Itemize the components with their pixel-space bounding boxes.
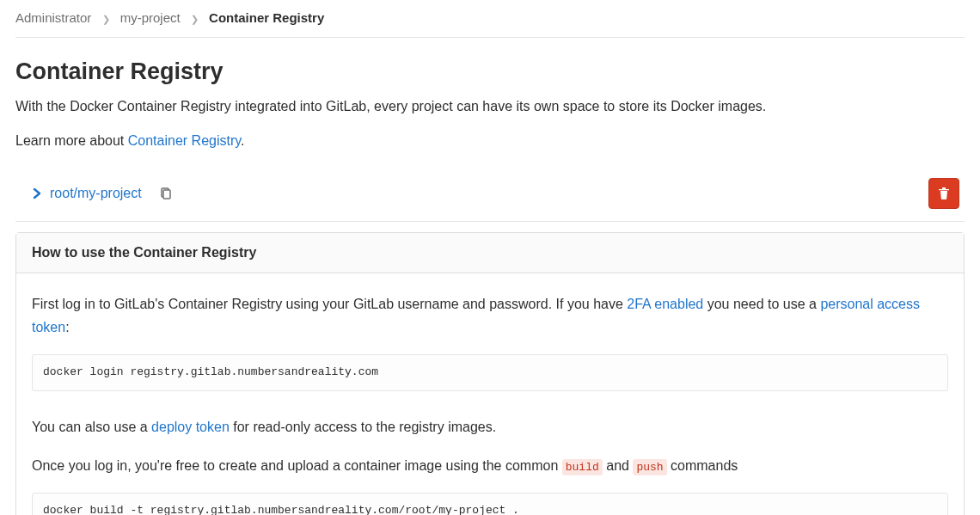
breadcrumb-root[interactable]: Administrator	[15, 10, 91, 25]
repo-left: root/my-project	[33, 184, 175, 203]
intro-text: With the Docker Container Registry integ…	[15, 95, 965, 118]
code-build-inline: build	[562, 459, 603, 475]
learn-suffix: .	[241, 133, 244, 148]
learn-link[interactable]: Container Registry	[128, 133, 241, 148]
chevron-right-icon: ❯	[102, 14, 110, 25]
deploy-token-paragraph: You can also use a deploy token for read…	[32, 415, 948, 438]
learn-more: Learn more about Container Registry.	[15, 133, 965, 149]
repo-name-link[interactable]: root/my-project	[50, 186, 142, 201]
howto-panel: How to use the Container Registry First …	[15, 232, 965, 515]
breadcrumb: Administrator ❯ my-project ❯ Container R…	[15, 0, 965, 38]
twofa-link[interactable]: 2FA enabled	[627, 297, 703, 311]
registry-repo-row: root/my-project	[15, 169, 965, 222]
login-paragraph: First log in to GitLab's Container Regis…	[32, 292, 948, 339]
code-login[interactable]: docker login registry.gitlab.numbersandr…	[32, 354, 948, 391]
deploy-token-link[interactable]: deploy token	[151, 420, 230, 434]
chevron-right-icon[interactable]	[33, 187, 41, 199]
clipboard-icon[interactable]	[156, 184, 175, 203]
delete-repo-button[interactable]	[928, 178, 959, 209]
breadcrumb-project[interactable]: my-project	[120, 10, 181, 25]
build-push-paragraph: Once you log in, you're free to create a…	[32, 454, 948, 477]
page-title: Container Registry	[15, 58, 965, 85]
code-push-inline: push	[633, 459, 666, 475]
breadcrumb-current: Container Registry	[209, 10, 324, 25]
svg-rect-1	[163, 190, 170, 199]
panel-body: First log in to GitLab's Container Regis…	[16, 273, 964, 515]
learn-prefix: Learn more about	[15, 133, 128, 148]
chevron-right-icon: ❯	[191, 14, 199, 25]
trash-icon	[938, 187, 950, 200]
panel-title: How to use the Container Registry	[16, 233, 964, 273]
code-build-push[interactable]: docker build -t registry.gitlab.numbersa…	[32, 493, 948, 515]
